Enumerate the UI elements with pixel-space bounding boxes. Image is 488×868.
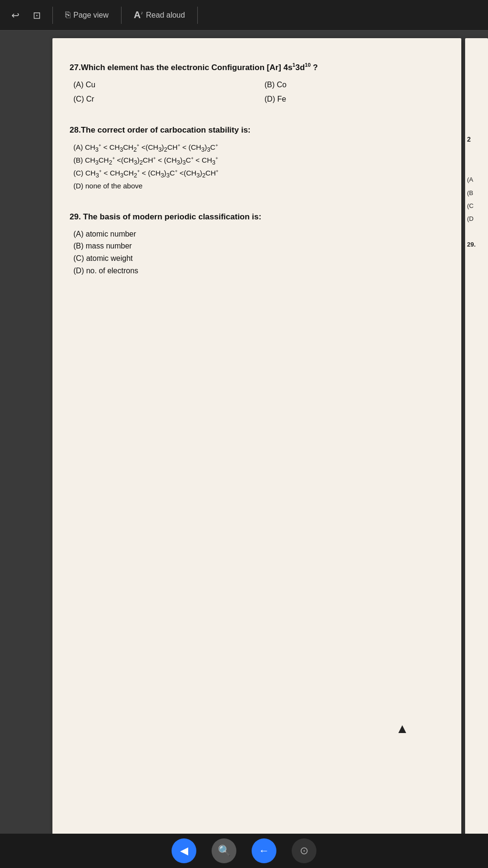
nav-icon[interactable]: ⊡: [29, 8, 45, 23]
question-29-options: (A) atomic number (B) mass number (C) at…: [70, 228, 444, 277]
question-29: 29. The basis of modern periodic classif…: [70, 211, 444, 277]
option-27-d[interactable]: (D) Fe: [264, 93, 444, 105]
option-28-a[interactable]: (A) CH3+ < CH3CH2+ <(CH3)2CH+ < (CH3)3C+: [73, 142, 444, 155]
taskbar-btn-4[interactable]: ⊙: [292, 838, 316, 863]
option-28-d[interactable]: (D) none of the above: [73, 180, 444, 192]
taskbar-btn-2[interactable]: 🔍: [212, 838, 236, 863]
question-27-options: (A) Cu (B) Co (C) Cr (D) Fe: [70, 79, 444, 105]
right-strip-content: 2 (A (B (C (D 29.: [465, 38, 488, 250]
question-29-title: 29. The basis of modern periodic classif…: [70, 211, 444, 223]
divider-3: [197, 7, 198, 24]
taskbar-icon-3: ←: [259, 845, 269, 857]
option-29-d[interactable]: (D) no. of electrons: [73, 265, 444, 277]
question-28-options: (A) CH3+ < CH3CH2+ <(CH3)2CH+ < (CH3)3C+…: [70, 142, 444, 192]
right-option-b: (B: [467, 187, 486, 198]
question-27: 27.Which element has the electronic Conf…: [70, 61, 444, 105]
option-29-c[interactable]: (C) atomic weight: [73, 252, 444, 265]
mouse-cursor: ▲: [396, 721, 409, 736]
toolbar: ↩ ⊡ ⎘ Page view A♪ Read aloud: [0, 0, 488, 31]
right-option-d: (D: [467, 213, 486, 224]
right-option-a: (A: [467, 174, 486, 185]
taskbar-icon-2: 🔍: [218, 845, 231, 857]
read-aloud-icon: A♪: [134, 10, 143, 21]
document-page: 27.Which element has the electronic Conf…: [52, 38, 461, 860]
option-28-b[interactable]: (B) CH3CH2+ <(CH3)2CH+ < (CH3)3C+ < CH3+: [73, 155, 444, 167]
taskbar: ◀ 🔍 ← ⊙: [0, 834, 488, 868]
taskbar-icon-1: ◀: [180, 845, 188, 857]
page-view-label: Page view: [73, 11, 109, 20]
taskbar-btn-3[interactable]: ←: [252, 838, 276, 863]
question-28-title: 28.The correct order of carbocation stab…: [70, 124, 444, 136]
divider-2: [121, 7, 122, 24]
right-q29-label: 29.: [467, 239, 486, 250]
back-button[interactable]: ↩: [8, 8, 23, 23]
question-27-title: 27.Which element has the electronic Conf…: [70, 61, 444, 74]
option-27-a[interactable]: (A) Cu: [73, 79, 253, 91]
left-margin: [0, 31, 52, 868]
right-option-c: (C: [467, 200, 486, 211]
taskbar-btn-1[interactable]: ◀: [172, 838, 196, 863]
main-area: 27.Which element has the electronic Conf…: [0, 31, 488, 868]
option-27-c[interactable]: (C) Cr: [73, 93, 253, 105]
read-aloud-label: Read aloud: [146, 11, 185, 20]
page-view-button[interactable]: ⎘ Page view: [61, 7, 113, 23]
read-aloud-button[interactable]: A♪ Read aloud: [129, 7, 190, 23]
divider-1: [52, 7, 53, 24]
question-28: 28.The correct order of carbocation stab…: [70, 124, 444, 191]
taskbar-icon-4: ⊙: [300, 845, 308, 857]
option-29-a[interactable]: (A) atomic number: [73, 228, 444, 240]
right-page-strip: 2 (A (B (C (D 29.: [465, 38, 488, 860]
page-view-icon: ⎘: [65, 10, 71, 20]
option-27-b[interactable]: (B) Co: [264, 79, 444, 91]
right-page-number: 2: [467, 134, 486, 145]
option-28-c[interactable]: (C) CH3+ < CH3CH2+ < (CH3)3C+ <(CH3)2CH+: [73, 167, 444, 180]
option-29-b[interactable]: (B) mass number: [73, 240, 444, 252]
